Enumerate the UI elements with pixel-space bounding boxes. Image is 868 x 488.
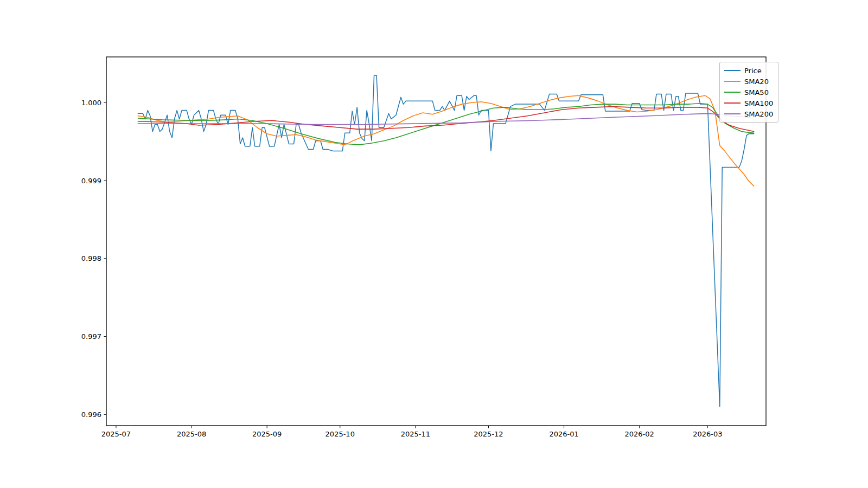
x-tick-label: 2025-07 — [101, 430, 131, 438]
legend-item-sma20: SMA20 — [724, 76, 773, 87]
x-tick-label: 2026-02 — [625, 430, 654, 438]
x-axis: 2025-072025-082025-092025-102025-112025-… — [101, 426, 723, 438]
legend-item-price: Price — [724, 65, 773, 76]
series-group — [138, 75, 754, 407]
legend-label: SMA20 — [744, 78, 769, 86]
x-tick-label: 2025-12 — [474, 430, 503, 438]
sma200-line — [138, 113, 754, 124]
legend-label: SMA200 — [744, 110, 773, 118]
legend-line-sample — [724, 70, 741, 71]
legend-line-sample — [724, 92, 741, 93]
legend-label: SMA100 — [744, 99, 773, 107]
sma20-line — [138, 95, 754, 186]
plot-spines — [106, 57, 766, 426]
legend: PriceSMA20SMA50SMA100SMA200 — [719, 62, 778, 123]
legend-item-sma50: SMA50 — [724, 87, 773, 98]
y-tick-label: 1.000 — [81, 99, 101, 107]
y-tick-label: 0.996 — [81, 410, 101, 419]
legend-item-sma200: SMA200 — [724, 108, 773, 119]
legend-label: SMA50 — [744, 88, 769, 97]
y-axis: 1.0000.9990.9980.9970.996 — [81, 99, 106, 419]
legend-line-sample — [724, 102, 741, 104]
x-tick-label: 2025-09 — [252, 430, 282, 438]
figure: 2025-072025-082025-092025-102025-112025-… — [0, 0, 868, 488]
y-tick-label: 0.999 — [81, 177, 101, 185]
x-tick-label: 2025-08 — [177, 430, 206, 438]
legend-label: Price — [744, 67, 762, 75]
x-tick-label: 2025-10 — [326, 430, 355, 438]
legend-item-sma100: SMA100 — [724, 98, 773, 108]
x-tick-label: 2026-01 — [549, 430, 578, 438]
y-tick-label: 0.997 — [81, 332, 101, 341]
x-tick-label: 2025-11 — [401, 430, 430, 438]
x-tick-label: 2026-03 — [693, 430, 722, 438]
y-tick-label: 0.998 — [81, 254, 101, 262]
legend-line-sample — [724, 81, 741, 82]
legend-line-sample — [724, 113, 741, 114]
